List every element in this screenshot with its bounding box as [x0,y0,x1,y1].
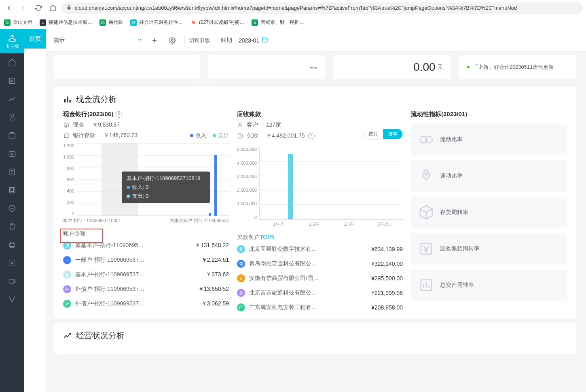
news-text: 「上新」好会计20230511迭代更新 [473,64,554,71]
bar-chart-icon [63,95,72,104]
add-button[interactable] [149,35,160,46]
chart-tooltip: 基本户-招行-110906953710818 收入: 0 支出: 0 [122,172,210,203]
cash-bank-chart[interactable]: 1,2001,0008006004002000 本户-招行-1109069537… [63,143,229,224]
page-tabs: 首页 [24,29,46,392]
calendar-icon [262,36,268,44]
debtor-row[interactable]: 北北京富基融通科技有限公…¥221,999.98 [237,289,403,297]
svg-rect-2 [9,78,15,83]
org-selector[interactable]: 演示 [53,37,142,44]
lock-icon [66,5,72,11]
period-select[interactable]: 2023-01 [239,36,268,44]
debtor-row[interactable]: 青青岛华胜普金科技有限公…¥322,140.00 [237,260,403,268]
top-bar: 演示 切到旧版 账期 2023-01 [46,29,586,52]
rail-funds-icon[interactable] [0,108,24,126]
liquidity-card[interactable]: 存货周转率 [411,197,567,228]
bookmark-label: 好会计云财务软件… [139,19,183,26]
rail-salary-icon[interactable] [0,144,24,163]
debtor-icon: 青 [237,260,245,268]
liquidity-card[interactable]: 流动比率 [411,124,567,155]
debtor-icon: 广 [237,303,245,311]
cashflow-title: 现金流分析 [63,94,567,105]
account-icon: 基 [63,271,71,279]
liquidity-card[interactable]: 总资产周转率 [411,269,567,301]
rail-voucher-icon[interactable] [0,72,24,90]
svg-rect-0 [68,7,71,9]
toggle-year[interactable]: 按年 [383,129,402,139]
liquidity-card[interactable]: 速动比率 [411,160,567,192]
receivables-chart[interactable]: 5,000,0004,000,0003,000,0002,000,0001,00… [237,147,403,220]
box-icon [418,204,434,220]
home-button[interactable] [47,2,58,14]
rail-report-icon[interactable] [0,90,24,108]
yen-icon [418,241,434,257]
svg-point-11 [11,262,13,264]
rail-print-icon[interactable] [0,235,24,254]
period-value: 2023-01 [239,37,259,44]
top5-heading: 欠款客户TOP5 [237,234,403,241]
svg-point-1 [9,38,16,41]
bookmark-item[interactable]: M(227封未读邮件)畅… [190,19,244,26]
rail-assets-icon[interactable] [0,126,24,144]
receivables-title: 应收账款 [237,110,261,118]
rail-v-icon[interactable] [0,290,24,308]
svg-rect-10 [9,244,15,246]
bookmark-item[interactable]: S金山文档 [4,19,32,26]
reload-button[interactable] [32,2,44,14]
svg-point-13 [171,39,173,41]
account-row[interactable]: 基基本户-招行-1109069537…￥373.62 [63,271,229,279]
app-logo[interactable]: 专业版 [0,29,24,53]
svg-point-23 [425,173,428,176]
ratio-icon [418,131,434,148]
bookmark-item[interactable]: 易易代账 [99,19,123,26]
switch-old-button[interactable]: 切到旧版 [184,35,214,46]
liquidity-title: 流动性指标(2023/01) [411,110,567,118]
rail-clipboard-icon[interactable] [0,217,24,235]
address-bar[interactable]: cloud.chanjet.com/accounting/uw1eb00zy96… [61,2,583,14]
bookmark-label: 金山文档 [13,19,32,26]
forward-button[interactable] [18,2,29,14]
debtor-row[interactable]: 北北京互帮联众数字技术有…¥634,139.99 [237,245,403,253]
liquidity-card[interactable]: 应收账款周转率 [411,233,567,265]
bookmarks-bar: S金山文档 U畅捷通信息技术股… 易易代账 好好会计云财务软件… M(227封未… [0,16,586,29]
bookmark-item[interactable]: 好好会计云财务软件… [130,19,183,26]
bookmark-item[interactable]: S智能票、财、税推… [252,19,304,26]
back-button[interactable] [3,2,15,14]
svg-rect-17 [70,100,71,102]
rail-video-icon[interactable] [0,272,24,290]
rail-archive-icon[interactable] [0,199,24,217]
help-icon[interactable]: ? [116,111,122,118]
edition-label: 专业版 [6,43,19,49]
clock-icon [237,133,243,139]
rocket-icon [418,168,434,184]
chevron-down-icon [137,37,142,44]
rail-tax-icon[interactable] [0,181,24,199]
gear-icon[interactable] [167,35,178,46]
debtor-row[interactable]: 安安徽有信商贸有限公司/国…¥295,500.00 [237,274,403,282]
rail-invoice-icon[interactable] [0,163,24,181]
debtor-icon: 北 [237,245,245,253]
help-icon[interactable]: ? [308,133,315,139]
account-row[interactable]: 一一般户-招行-1109069537…￥2,224.61 [63,256,229,264]
news-item[interactable]: 「上新」好会计20230511迭代更新 [459,55,576,79]
debtor-row[interactable]: 广广东腾安机电安装工程有…¥208,958.00 [237,303,403,311]
bookmark-item[interactable]: U畅捷通信息技术股… [40,19,92,26]
browser-toolbar: cloud.chanjet.com/accounting/uw1eb00zy96… [0,0,586,16]
tab-home[interactable]: 首页 [24,29,46,49]
svg-rect-4 [9,152,15,157]
operations-title: 经营状况分析 [63,330,567,341]
y-axis: 5,000,0004,000,0003,000,0002,000,0001,00… [237,147,259,220]
customer-stat: 客户 127家 [237,121,403,129]
svg-rect-7 [9,187,15,193]
toggle-month[interactable]: 按月 [364,129,383,139]
summary-amount: 0.00元 [333,55,451,79]
bookmark-label: 易代账 [108,19,123,26]
svg-rect-16 [67,96,68,102]
cash-stat: 现金 ￥9,830.37 [63,121,229,129]
rail-home-icon[interactable] [0,53,24,72]
account-row[interactable]: 外外债户-招行-1109069537…￥13,650.52 [63,285,229,293]
rail-settings-icon[interactable] [0,254,24,272]
svg-point-5 [11,153,13,155]
chart-bar [209,213,211,216]
org-name: 演示 [53,37,65,44]
account-row[interactable]: 外外债户-招行-1109069537…￥3,062.59 [63,300,229,308]
